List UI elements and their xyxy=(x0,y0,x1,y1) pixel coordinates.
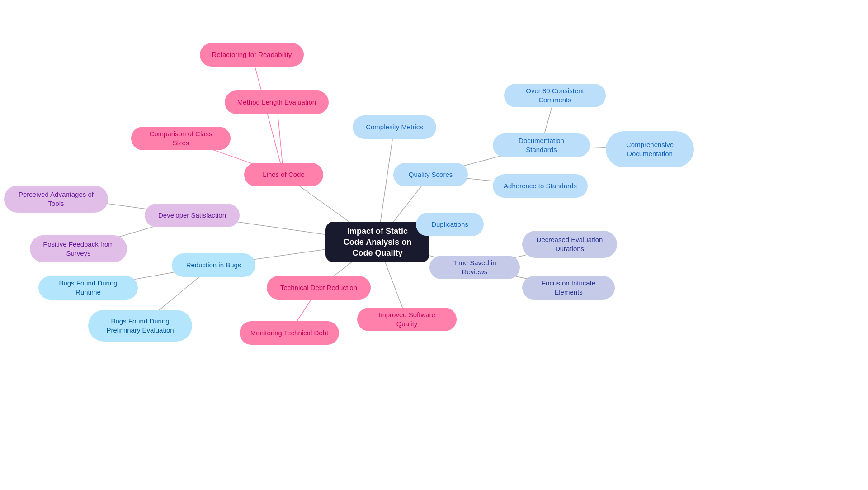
improved-software-node: Improved Software Quality xyxy=(357,308,457,331)
perceived-advantages-node: Perceived Advantages of Tools xyxy=(4,186,108,213)
refactoring-node: Refactoring for Readability xyxy=(200,43,304,67)
focus-intricate-node: Focus on Intricate Elements xyxy=(522,276,615,300)
svg-line-9 xyxy=(252,55,283,175)
reduction-bugs-node: Reduction in Bugs xyxy=(172,253,255,277)
center-node: Impact of Static Code Analysis on Code Q… xyxy=(326,222,429,262)
decreased-duration-node: Decreased Evaluation Durations xyxy=(522,231,617,258)
positive-feedback-node: Positive Feedback from Surveys xyxy=(30,235,127,262)
adherence-standards-node: Adherence to Standards xyxy=(493,174,588,198)
bugs-runtime-node: Bugs Found During Runtime xyxy=(38,276,138,300)
tech-debt-reduction-node: Technical Debt Reduction xyxy=(267,276,371,300)
over80-comments-node: Over 80 Consistent Comments xyxy=(504,84,606,107)
monitoring-debt-node: Monitoring Technical Debt xyxy=(240,321,339,345)
doc-standards-node: Documentation Standards xyxy=(493,133,590,157)
complexity-metrics-node: Complexity Metrics xyxy=(353,115,436,139)
duplications-node: Duplications xyxy=(416,213,484,236)
dev-satisfaction-node: Developer Satisfaction xyxy=(145,204,240,227)
quality-scores-node: Quality Scores xyxy=(393,163,468,186)
method-length-node: Method Length Evaluation xyxy=(225,90,329,114)
class-size-node: Comparison of Class Sizes xyxy=(131,127,231,150)
comprehensive-doc-node: Comprehensive Documentation xyxy=(606,131,694,167)
lines-of-code-node: Lines of Code xyxy=(244,163,323,186)
time-saved-node: Time Saved in Reviews xyxy=(429,256,520,279)
bugs-prelim-node: Bugs Found During Preliminary Evaluation xyxy=(88,310,192,342)
